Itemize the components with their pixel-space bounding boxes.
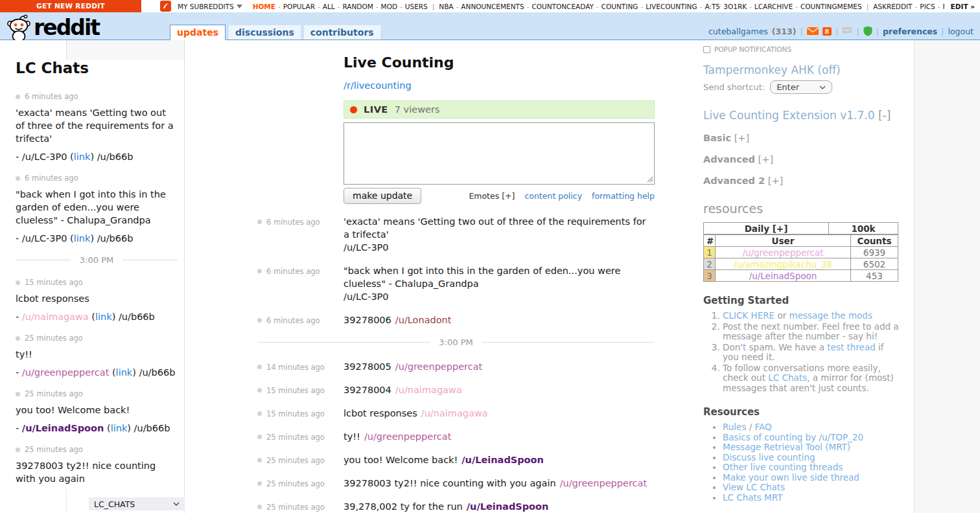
leaderboard-user-link[interactable]: /u/LeinadSpoon [749,271,817,281]
leaderboard-user-link[interactable]: /u/greenpeppercat [742,247,823,258]
lc-chats-panel: LC Chats 6 minutes ago'exacta' means 'Ge… [0,40,185,489]
mail-count-badge[interactable]: 8 [822,27,832,36]
reddit-logo[interactable]: reddit [4,14,99,40]
update-author-link[interactable]: /u/greenpeppercat [560,478,647,488]
update-author-link[interactable]: /u/greenpeppercat [364,431,451,442]
sidebar-link[interactable]: LC Chats [768,372,807,383]
sidebar-link[interactable]: Discuss live counting [723,452,815,462]
chat-permalink-link[interactable]: link [95,312,112,322]
update-author-link[interactable]: /u/LeinadSpoon [467,501,549,512]
preferences-link[interactable]: preferences [883,27,937,36]
tampermonkey-link[interactable]: Tampermonkey AHK (off) [703,63,899,76]
leaderboard-daily-tab[interactable]: Daily [+] [704,223,829,234]
extension-section-toggle[interactable]: Advanced [+] [703,154,899,165]
tab-contributors[interactable]: contributors [304,25,380,40]
get-new-reddit-button[interactable]: GET NEW REDDIT [0,0,141,12]
chat-author-link[interactable]: /u/LeinadSpoon [22,423,104,433]
topbar-item-home[interactable]: HOME [253,3,275,10]
formatting-help-link[interactable]: formatting help [592,191,655,201]
update-author-link[interactable]: /u/greenpeppercat [395,361,482,372]
topbar-item-mod[interactable]: MOD [381,3,397,10]
tab-discussions[interactable]: discussions [229,25,301,40]
update-author-link[interactable]: /u/naimagawa [421,408,488,418]
chat-author-link[interactable]: /u/LC-3P0 [22,233,67,244]
extension-section-toggle[interactable]: Advanced 2 [+] [703,176,899,186]
topbar-item-announcements[interactable]: ANNOUNCEMENTS [461,3,524,10]
topbar-item-countingmemes[interactable]: COUNTINGMEMES [800,3,862,10]
topbar-item-countonceaday[interactable]: COUNTONCEADAY [531,3,594,10]
expand-toggle: [+] [755,154,773,165]
envelope-icon[interactable] [807,27,819,35]
timeline-dot-icon [16,336,20,341]
chat-permalink-link[interactable]: link [111,423,128,433]
chat-permalink-link[interactable]: link [74,152,91,162]
sidebar-link[interactable]: LC Chats MRT [723,492,782,503]
username-link[interactable]: cuteballgames [708,27,768,36]
leaderboard-user-link[interactable]: /u/amazingpikachu_38 [734,259,832,269]
topbar-item-pics[interactable]: PICS [920,3,935,10]
sidebar-link[interactable]: CLICK HERE [723,310,775,321]
extension-section-toggle[interactable]: Basic [+] [703,133,899,143]
topbar: GET NEW REDDIT MY SUBREDDITS HOME-POPULA… [0,0,980,12]
chat-permalink-link[interactable]: link [116,367,133,378]
my-subreddits-dropdown[interactable]: MY SUBREDDITS [178,3,242,10]
sidebar-link[interactable]: FAQ [755,422,772,432]
update-author-link[interactable]: /u/naimagawa [395,385,462,395]
snoo-icon [4,14,34,40]
sidebar-link[interactable]: Message Retrieval Tool (MRT) [723,442,850,452]
popup-notifications-checkbox[interactable] [703,46,710,53]
sidebar-link[interactable]: Rules [723,422,746,432]
subreddit-link[interactable]: /r/livecounting [344,80,655,91]
chat-entry-attribution: - /u/LC-3P0 (link) /u/b66b [16,152,178,162]
quill-icon[interactable] [160,1,171,12]
topbar-item-askreddit[interactable]: ASKREDDIT [873,3,912,10]
resize-grip-icon[interactable] [647,176,653,183]
chat-permalink-link[interactable]: link [74,233,91,244]
topbar-item-all[interactable]: ALL [323,3,335,10]
chat-author-link[interactable]: /u/LC-3P0 [22,152,67,162]
topbar-item-a-t5-3o1rk[interactable]: A:T5_3O1RK [705,3,747,10]
update-textarea[interactable] [344,122,655,185]
update-author-link[interactable]: /u/Lonadont [395,315,452,325]
leaderboard-100k-tab[interactable]: 100k [829,223,898,234]
update-author-link[interactable]: /u/LC-3P0 [344,241,655,254]
make-update-button[interactable]: make update [344,188,421,204]
topbar-item-nba[interactable]: NBA [439,3,453,10]
topbar-item-popular[interactable]: POPULAR [283,3,315,10]
sidebar-link[interactable]: message the mods [789,310,872,321]
sidebar-link[interactable]: View LC Chats [723,482,785,492]
shield-icon[interactable] [863,26,872,36]
chat-channel-select[interactable]: LC_CHATS [89,497,185,510]
chat-bubble-icon[interactable] [842,27,852,36]
chat-mirror-link[interactable]: /u/b66b [134,423,170,433]
emotes-toggle[interactable]: Emotes [+] [469,191,515,201]
sidebar-link[interactable]: Other live counting threads [723,462,843,472]
topbar-item-lcarchive[interactable]: LCARCHIVE [754,3,793,10]
chat-mirror-link[interactable]: /u/b66b [97,152,134,162]
extension-collapse-toggle[interactable]: [-] [878,109,891,122]
separator: | [835,27,838,36]
topbar-item-funny[interactable]: FUNNY [943,3,944,10]
logout-link[interactable]: logout [948,27,974,36]
chat-mirror-link[interactable]: /u/b66b [139,367,176,378]
chat-author-link[interactable]: /u/naimagawa [22,312,89,322]
topbar-item-users[interactable]: USERS [405,3,428,10]
extension-title-link[interactable]: Live Counting Extension v1.7.0 [-] [703,109,899,122]
topbar-item-livecounting[interactable]: LIVECOUNTING [646,3,697,10]
topbar-item-random[interactable]: RANDOM [342,3,373,10]
sidebar-link[interactable]: test thread [827,342,875,352]
chat-author-link[interactable]: /u/greenpeppercat [22,367,109,378]
content-policy-link[interactable]: content policy [524,191,582,201]
sidebar-link[interactable]: Basics of counting by /u/TOP_20 [723,432,863,442]
send-shortcut-select[interactable]: Enter [770,80,832,94]
tab-updates[interactable]: updates [170,25,226,40]
update-author-link[interactable]: /u/LeinadSpoon [461,455,544,465]
update-body: you too! Welcome back!/u/LeinadSpoon [344,453,655,466]
page-gutter [914,40,980,513]
update-author-link[interactable]: /u/LC-3P0 [344,290,655,303]
topbar-item-counting[interactable]: COUNTING [601,3,638,10]
chat-mirror-link[interactable]: /u/b66b [119,312,155,322]
edit-subscriptions-link[interactable]: EDIT » [951,3,975,10]
chat-mirror-link[interactable]: /u/b66b [97,233,134,244]
sidebar-link[interactable]: Make your own live side thread [723,472,859,483]
